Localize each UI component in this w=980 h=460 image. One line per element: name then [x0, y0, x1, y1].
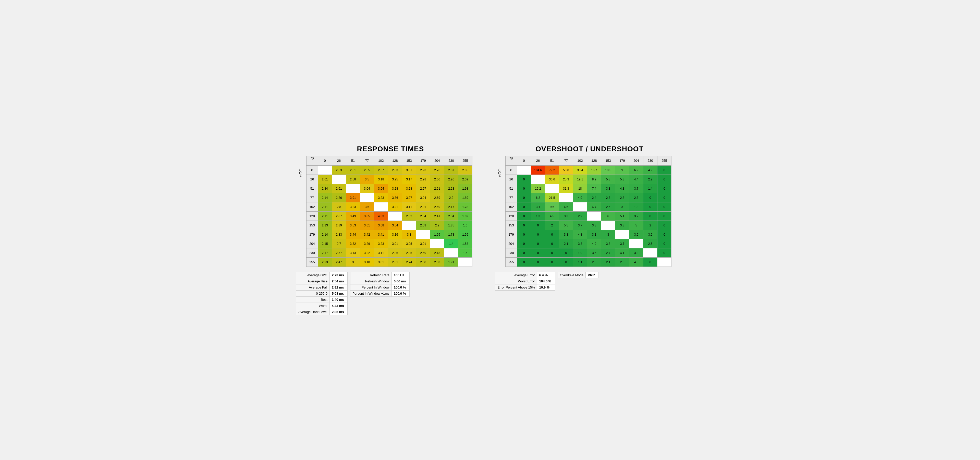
row-header: 179	[506, 230, 517, 239]
table-cell: 2.2	[643, 175, 657, 184]
table-cell: 104.6	[531, 166, 545, 175]
response-times-heatmap-wrapper: To From 026517710212815317920423025502.5…	[296, 156, 485, 267]
table-cell: 6.2	[531, 193, 545, 203]
table-cell: 0	[657, 203, 671, 212]
avg-rise-val: 2.54 ms	[329, 278, 347, 284]
table-cell	[416, 230, 430, 239]
table-cell: 2.83	[388, 166, 402, 175]
table-cell: 9.6	[545, 203, 559, 212]
os-axis-to: To	[509, 156, 513, 160]
table-cell: 2.13	[318, 221, 332, 230]
table-cell: 3.5	[643, 230, 657, 239]
table-cell: 2.58	[346, 175, 360, 184]
table-cell: 2.7	[601, 248, 615, 257]
row-header: 102	[307, 203, 318, 212]
table-cell: 2.3	[629, 193, 643, 203]
col-header: 26	[332, 156, 346, 166]
table-cell: 3.05	[402, 239, 416, 248]
table-cell: 3.11	[402, 203, 416, 212]
table-cell: 2.87	[332, 212, 346, 221]
table-cell: 0	[545, 257, 559, 267]
row-header: 230	[506, 248, 517, 257]
table-cell: 3.49	[346, 212, 360, 221]
table-cell: 0	[657, 175, 671, 184]
table-cell: 1.58	[458, 239, 473, 248]
table-cell: 3.41	[374, 230, 388, 239]
table-cell: 0	[657, 239, 671, 248]
table-cell: 2.69	[430, 193, 444, 203]
table-cell	[360, 193, 374, 203]
table-cell: 3.17	[402, 175, 416, 184]
table-cell: 3.91	[346, 193, 360, 203]
table-cell: 4.5	[629, 257, 643, 267]
table-cell: 1.85	[444, 221, 458, 230]
table-cell: 2.91	[416, 203, 430, 212]
overdrive-val: VRR	[586, 272, 598, 278]
col-header: 51	[346, 156, 360, 166]
row-header: 77	[506, 193, 517, 203]
table-cell: 5.1	[615, 212, 629, 221]
table-cell: 2.58	[416, 257, 430, 267]
row-header: 102	[506, 203, 517, 212]
table-cell: 1.9	[573, 248, 587, 257]
table-cell: 3.23	[374, 239, 388, 248]
table-cell: 7.4	[587, 184, 601, 193]
rt-stats-area: Average G2G 2.73 ms Average Rise 2.54 ms…	[296, 272, 485, 315]
table-cell: 2.43	[430, 248, 444, 257]
table-cell: 3.21	[388, 203, 402, 212]
table-cell: 0	[643, 257, 657, 267]
table-cell: 2.11	[318, 212, 332, 221]
row-header: 26	[307, 175, 318, 184]
table-cell: 0	[531, 230, 545, 239]
table-cell: 3.27	[402, 193, 416, 203]
main-container: RESPONSE TIMES To From 02651771021281531…	[293, 140, 687, 320]
table-cell: 0	[545, 239, 559, 248]
col-header: 128	[587, 156, 601, 166]
row-header: 255	[307, 257, 318, 267]
rt-axis-to: To	[310, 156, 314, 160]
table-cell: 2.5	[587, 257, 601, 267]
table-cell: 3.23	[346, 203, 360, 212]
table-cell: 3.64	[374, 184, 388, 193]
table-cell: 3.04	[360, 184, 374, 193]
percent-window-1ms-label: Percent In Window +1ms	[350, 291, 391, 297]
table-cell	[318, 166, 332, 175]
table-cell: 79.2	[545, 166, 559, 175]
overshoot-title: OVERSHOOT / UNDERSHOOT	[495, 145, 684, 153]
range-label: 0-255-0	[296, 291, 330, 297]
table-cell: 18	[573, 184, 587, 193]
col-header: 179	[416, 156, 430, 166]
table-cell: 0	[657, 184, 671, 193]
table-cell: 2.74	[402, 257, 416, 267]
avg-dark-val: 2.85 ms	[329, 309, 347, 315]
os-axis-from: From	[497, 168, 501, 177]
table-cell: 2.4	[587, 193, 601, 203]
table-cell	[615, 230, 629, 239]
table-cell: 3.28	[388, 184, 402, 193]
table-cell: 3.1	[531, 203, 545, 212]
table-cell: 3.42	[360, 230, 374, 239]
table-cell: 0	[657, 248, 671, 257]
response-times-panel: RESPONSE TIMES To From 02651771021281531…	[296, 145, 485, 315]
table-cell: 2.1	[601, 257, 615, 267]
table-cell: 3.44	[346, 230, 360, 239]
row-header: 51	[307, 184, 318, 193]
table-cell: 2.97	[416, 184, 430, 193]
avg-g2g-label: Average G2G	[296, 272, 330, 278]
table-cell: 2.61	[332, 184, 346, 193]
col-header: 230	[444, 156, 458, 166]
table-cell: 0	[517, 212, 531, 221]
avg-dark-label: Average Dark Level	[296, 309, 330, 315]
table-cell: 3.68	[374, 221, 388, 230]
table-cell: 0	[643, 193, 657, 203]
table-cell: 2.85	[458, 166, 473, 175]
range-val: 5.08 ms	[329, 291, 347, 297]
table-cell: 3.6	[360, 203, 374, 212]
table-cell: 4.3	[615, 184, 629, 193]
col-header: 255	[458, 156, 473, 166]
table-cell: 0	[657, 230, 671, 239]
row-header: 230	[307, 248, 318, 257]
table-cell: 2.37	[444, 166, 458, 175]
table-cell: 16.2	[531, 184, 545, 193]
avg-fall-val: 2.92 ms	[329, 284, 347, 291]
